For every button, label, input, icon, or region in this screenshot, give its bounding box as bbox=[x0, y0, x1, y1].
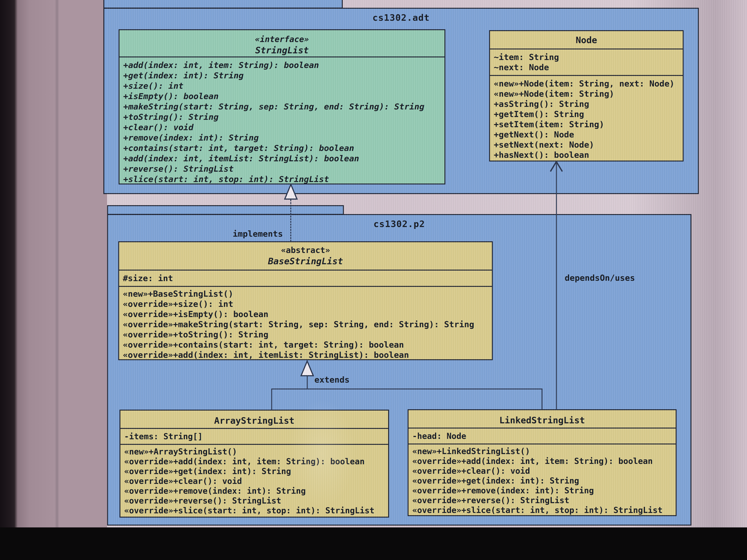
method-row: «override»+toString(): String bbox=[123, 329, 488, 340]
extends-drop-arraystringlist bbox=[271, 389, 272, 410]
method-row: «override»+slice(start: int, stop: int):… bbox=[412, 505, 672, 515]
method-row: «new»+BaseStringList() bbox=[123, 289, 488, 299]
method-row: «override»+contains(start: int, target: … bbox=[123, 340, 488, 350]
method-row: «override»+reverse(): StringList bbox=[412, 496, 672, 505]
method-row: +setNext(next: Node) bbox=[494, 140, 679, 150]
extends-drop-linkedstringlist bbox=[542, 389, 542, 410]
class-box-stringlist: «interface» StringList +add(index: int, … bbox=[119, 29, 445, 184]
basestringlist-name: BaseStringList bbox=[119, 256, 492, 267]
basestringlist-attributes: #size: int bbox=[119, 271, 492, 287]
method-row: +asString(): String bbox=[494, 99, 679, 109]
attribute-row: #size: int bbox=[123, 273, 488, 283]
node-name: Node bbox=[490, 34, 683, 46]
method-row: «override»+get(index: int): String bbox=[412, 476, 672, 485]
method-row: «override»+clear(): void bbox=[124, 476, 384, 486]
package-adt-title: cs1302.adt bbox=[104, 12, 698, 23]
method-row: +clear(): void bbox=[123, 122, 441, 133]
extends-branch-line bbox=[271, 389, 542, 390]
method-row: +contains(start: int, target: String): b… bbox=[123, 143, 441, 153]
background-wall bbox=[0, 0, 107, 527]
method-row: +size(): int bbox=[123, 81, 441, 91]
attribute-row: ~next: Node bbox=[494, 62, 679, 73]
class-box-arraystringlist: ArrayStringList -items: String[] «new»+A… bbox=[120, 410, 389, 517]
method-row: +hasNext(): boolean bbox=[494, 150, 679, 160]
stringlist-name: StringList bbox=[120, 45, 444, 56]
extends-line bbox=[307, 376, 308, 389]
package-p2-title: cs1302.p2 bbox=[108, 219, 691, 229]
method-row: +slice(start: int, stop: int): StringLis… bbox=[123, 174, 441, 184]
method-row: +get(index: int): String bbox=[123, 70, 441, 81]
uml-class-diagram-photo: cs1302.adt cs1302.p2 «interface» StringL… bbox=[0, 0, 747, 560]
method-row: «override»+remove(index: int): String bbox=[124, 486, 384, 496]
method-row: «new»+ArrayStringList() bbox=[124, 447, 384, 456]
linkedstringlist-name: LinkedStringList bbox=[409, 415, 676, 426]
method-row: «override»+clear(): void bbox=[412, 466, 672, 476]
method-row: «new»+Node(item: String, next: Node) bbox=[494, 79, 679, 89]
package-adt-tab bbox=[103, 0, 343, 8]
implements-triangle-icon bbox=[284, 184, 298, 200]
depends-arrowhead-icon bbox=[549, 160, 564, 173]
node-methods: «new»+Node(item: String, next: Node) «ne… bbox=[490, 76, 683, 161]
basestringlist-methods: «new»+BaseStringList() «override»+size()… bbox=[119, 287, 492, 360]
linkedstringlist-header: LinkedStringList bbox=[409, 410, 676, 428]
depends-line bbox=[556, 161, 557, 410]
method-row: +remove(index: int): String bbox=[123, 133, 441, 143]
method-row: «override»+add(index: int, item: String)… bbox=[124, 456, 384, 466]
method-row: «override»+add(index: int, item: String)… bbox=[412, 456, 672, 466]
attribute-row: -items: String[] bbox=[124, 431, 384, 441]
stringlist-stereotype: «interface» bbox=[120, 34, 444, 45]
depends-label: dependsOn/uses bbox=[565, 273, 635, 283]
method-row: «override»+size(): int bbox=[123, 299, 488, 309]
method-row: +add(index: int, itemList: StringList): … bbox=[123, 153, 441, 164]
arraystringlist-attributes: -items: String[] bbox=[121, 429, 388, 445]
basestringlist-stereotype: «abstract» bbox=[119, 245, 492, 256]
method-row: +toString(): String bbox=[123, 112, 441, 122]
attribute-row: -head: Node bbox=[412, 431, 672, 441]
basestringlist-header: «abstract» BaseStringList bbox=[119, 242, 492, 271]
method-row: «new»+LinkedStringList() bbox=[412, 446, 672, 456]
method-row: +isEmpty(): boolean bbox=[123, 91, 441, 102]
extends-label: extends bbox=[314, 375, 350, 384]
package-p2-tab bbox=[107, 205, 344, 215]
monitor-bezel bbox=[0, 527, 747, 560]
linkedstringlist-attributes: -head: Node bbox=[409, 428, 676, 445]
method-row: +getItem(): String bbox=[494, 109, 679, 119]
arraystringlist-name: ArrayStringList bbox=[121, 415, 388, 426]
node-attributes: ~item: String ~next: Node bbox=[490, 49, 683, 76]
method-row: «override»+add(index: int, itemList: Str… bbox=[123, 350, 488, 360]
stringlist-methods: +add(index: int, item: String): boolean … bbox=[120, 57, 444, 184]
attribute-row: ~item: String bbox=[494, 52, 679, 62]
class-box-linkedstringlist: LinkedStringList -head: Node «new»+Linke… bbox=[408, 409, 677, 516]
method-row: +makeString(start: String, sep: String, … bbox=[123, 102, 441, 112]
method-row: «new»+Node(item: String) bbox=[494, 89, 679, 99]
arraystringlist-header: ArrayStringList bbox=[121, 410, 388, 429]
node-header: Node bbox=[490, 31, 683, 49]
method-row: «override»+makeString(start: String, sep… bbox=[123, 319, 488, 329]
method-row: «override»+slice(start: int, stop: int):… bbox=[124, 506, 384, 515]
method-row: +getNext(): Node bbox=[494, 129, 679, 140]
method-row: «override»+remove(index: int): String bbox=[412, 485, 672, 496]
method-row: «override»+isEmpty(): boolean bbox=[123, 309, 488, 319]
method-row: «override»+reverse(): StringList bbox=[124, 496, 384, 506]
extends-triangle-icon bbox=[300, 360, 314, 377]
method-row: «override»+get(index: int): String bbox=[124, 466, 384, 476]
method-row: +setItem(item: String) bbox=[494, 119, 679, 129]
class-box-node: Node ~item: String ~next: Node «new»+Nod… bbox=[489, 30, 684, 161]
stringlist-header: «interface» StringList bbox=[120, 30, 444, 57]
implements-label: implements bbox=[233, 229, 283, 239]
method-row: +reverse(): StringList bbox=[123, 164, 441, 174]
method-row: +add(index: int, item: String): boolean bbox=[123, 60, 441, 70]
linkedstringlist-methods: «new»+LinkedStringList() «override»+add(… bbox=[409, 445, 676, 516]
class-box-basestringlist: «abstract» BaseStringList #size: int «ne… bbox=[118, 241, 493, 360]
implements-line bbox=[290, 199, 291, 242]
arraystringlist-methods: «new»+ArrayStringList() «override»+add(i… bbox=[121, 445, 388, 517]
